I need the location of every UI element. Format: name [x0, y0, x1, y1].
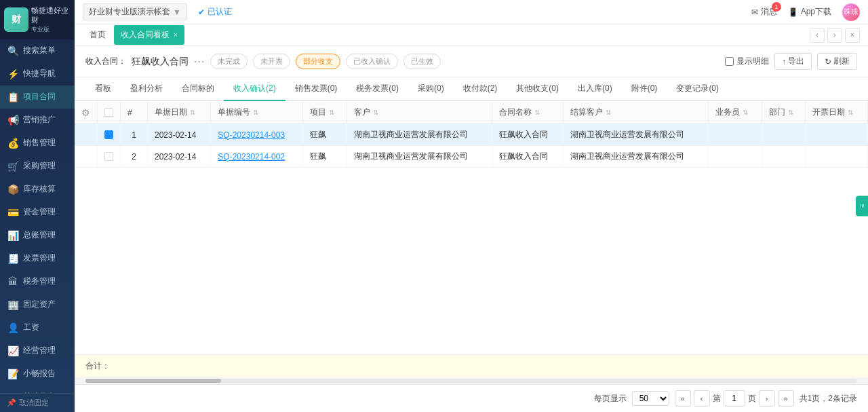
th-date[interactable]: 单据日期⇅ [148, 101, 211, 124]
row-num: 1 [121, 124, 148, 146]
th-settlement[interactable]: 结算客户⇅ [564, 101, 709, 124]
row-order-no[interactable]: SQ-20230214-003 [211, 124, 303, 146]
show-detail-checkbox[interactable]: 显示明细 [725, 56, 769, 67]
logo-icon: 财 [4, 7, 28, 32]
sidebar-item-inventory[interactable]: 📦 库存核算 [0, 178, 75, 201]
sort-department-icon: ⇅ [788, 109, 793, 116]
sub-tab-changes[interactable]: 变更记录(0) [667, 77, 728, 101]
user-name: 珠珠 [844, 7, 859, 17]
settings-icon[interactable]: ⚙ [81, 107, 90, 118]
status-incomplete[interactable]: 未完成 [210, 54, 248, 69]
refresh-button[interactable]: ↻ 刷新 [817, 53, 857, 70]
sort-date-icon: ⇅ [190, 109, 195, 116]
sub-tab-subject[interactable]: 合同标的 [172, 77, 224, 101]
status-effective[interactable]: 已生效 [403, 54, 441, 69]
message-badge: 1 [772, 2, 781, 12]
table-row[interactable]: 2 2023-02-14 SQ-20230214-002 狂飙 湖南卫视商业运营… [75, 146, 868, 168]
status-notbilled[interactable]: 未开票 [253, 54, 290, 69]
messages-button[interactable]: ✉ 1 消息 [751, 6, 777, 18]
sidebar-item-label: 总账管理 [23, 229, 56, 241]
tab-next-button[interactable]: › [827, 28, 842, 43]
page-number-input[interactable] [724, 390, 745, 407]
sidebar-item-hr[interactable]: 👤 工资 [0, 316, 75, 339]
sidebar-item-quick[interactable]: ⚡ 快捷导航 [0, 62, 75, 86]
sidebar-item-funds[interactable]: 💳 资金管理 [0, 201, 75, 224]
row-checkbox-2[interactable] [104, 152, 113, 161]
status-partial[interactable]: 部分收支 [296, 54, 340, 69]
tax-icon: 🏛 [7, 276, 19, 288]
company-selector[interactable]: 好业财专业版演示帐套 ▼ [83, 3, 187, 20]
sidebar-item-project[interactable]: 📋 项目合同 [0, 86, 75, 109]
next-page-button[interactable]: › [759, 390, 775, 407]
th-order-no[interactable]: 单据编号⇅ [211, 101, 303, 124]
sub-tab-revenue-label: 收入确认(2) [233, 83, 276, 93]
prev-page-button[interactable]: ‹ [694, 390, 710, 407]
sidebar-item-basic[interactable]: ⚙ 基础信息 [0, 386, 75, 393]
th-contract-name[interactable]: 合同名称⇅ [492, 101, 563, 124]
sub-tab-warehouse[interactable]: 出入库(0) [568, 77, 622, 101]
sub-tab-tax-invoice[interactable]: 税务发票(0) [347, 77, 408, 101]
export-button[interactable]: ↑ 导出 [774, 53, 812, 70]
contract-more-button[interactable]: ··· [194, 56, 205, 68]
sidebar-item-tax[interactable]: 🏛 税务管理 [0, 270, 75, 293]
sub-tab-board[interactable]: 看板 [85, 77, 121, 101]
sub-tab-profit[interactable]: 盈利分析 [121, 77, 172, 101]
horizontal-scrollbar[interactable] [75, 377, 868, 384]
tab-home[interactable]: 首页 [83, 25, 113, 45]
sidebar-item-label: 销售管理 [23, 137, 56, 149]
app-download-button[interactable]: 📱 App下载 [788, 6, 831, 18]
status-confirmed[interactable]: 已收入确认 [346, 54, 398, 69]
content-area: 收入合同： 狂飙收入合同 ··· 未完成 未开票 部分收支 已收入确认 已生效 … [75, 46, 868, 412]
sub-tab-attachment[interactable]: 附件(0) [622, 77, 667, 101]
sub-tab-payment-label: 收付款(2) [463, 83, 498, 93]
tab-contract-board[interactable]: 收入合同看板 × [114, 25, 184, 45]
inventory-icon: 📦 [7, 183, 19, 195]
sidebar-item-purchase[interactable]: 🛒 采购管理 [0, 155, 75, 178]
sub-tab-payment[interactable]: 收付款(2) [454, 77, 507, 101]
th-invoice-date[interactable]: 开票日期⇅ [806, 101, 868, 124]
row-customer: 湖南卫视商业运营发展有限公司 [347, 146, 492, 168]
th-department[interactable]: 部门⇅ [762, 101, 806, 124]
show-detail-input[interactable] [725, 57, 734, 66]
sidebar-item-invoice[interactable]: 🧾 发票管理 [0, 247, 75, 270]
sub-tab-sales-invoice[interactable]: 销售发票(0) [285, 77, 347, 101]
row-contract-name: 狂飙收入合同 [492, 146, 563, 168]
row-order-no[interactable]: SQ-20230214-002 [211, 146, 303, 168]
sub-tab-purchase[interactable]: 采购(0) [408, 77, 454, 101]
th-customer[interactable]: 客户⇅ [347, 101, 492, 124]
order-link[interactable]: SQ-20230214-003 [218, 130, 285, 140]
sidebar-item-general[interactable]: 📊 总账管理 [0, 224, 75, 247]
tab-close-all-button[interactable]: × [845, 28, 860, 43]
sub-tab-sales-invoice-label: 销售发票(0) [295, 83, 338, 93]
order-link[interactable]: SQ-20230214-002 [218, 152, 285, 162]
sort-contract-icon: ⇅ [534, 109, 540, 116]
sidebar-item-fixed[interactable]: 🏢 固定资产 [0, 293, 75, 316]
sub-tab-revenue[interactable]: 收入确认(2) [224, 77, 285, 101]
user-avatar[interactable]: 珠珠 [842, 3, 860, 21]
sidebar-item-marketing[interactable]: 📢 营销推广 [0, 109, 75, 132]
tab-close-icon[interactable]: × [174, 31, 178, 39]
sidebar-item-ops[interactable]: 📈 经营管理 [0, 339, 75, 362]
sidebar-item-search[interactable]: 🔍 搜索菜单 [0, 39, 75, 62]
topbar: 好业财专业版演示帐套 ▼ ✔ 已认证 ✉ 1 消息 📱 App下载 珠珠 [75, 0, 868, 24]
topbar-right: ✉ 1 消息 📱 App下载 珠珠 [751, 3, 860, 21]
sidebar-unpin[interactable]: 📌 取消固定 [0, 393, 75, 412]
table-row[interactable]: 1 2023-02-14 SQ-20230214-003 狂飙 湖南卫视商业运营… [75, 124, 868, 146]
row-checkbox-1[interactable] [104, 130, 113, 139]
row-num: 2 [121, 146, 148, 168]
sidebar-item-sales[interactable]: 💰 销售管理 [0, 132, 75, 155]
sidebar-item-report[interactable]: 📝 小畅报告 [0, 362, 75, 386]
per-page-select[interactable]: 50 100 200 [632, 391, 669, 406]
last-page-button[interactable]: » [778, 390, 794, 407]
certified-icon: ✔ [198, 7, 205, 17]
contract-name: 狂飙收入合同 [132, 56, 189, 68]
th-salesperson[interactable]: 业务员⇅ [709, 101, 762, 124]
tab-prev-button[interactable]: ‹ [810, 28, 825, 43]
sub-tab-other[interactable]: 其他收支(0) [507, 77, 568, 101]
scrollbar-thumb[interactable] [85, 379, 221, 383]
th-project[interactable]: 项目⇅ [303, 101, 347, 124]
unpin-icon: 📌 [7, 398, 16, 407]
right-panel-icon[interactable]: ≡ [856, 195, 868, 217]
first-page-button[interactable]: « [675, 390, 691, 407]
header-checkbox[interactable] [104, 108, 113, 117]
